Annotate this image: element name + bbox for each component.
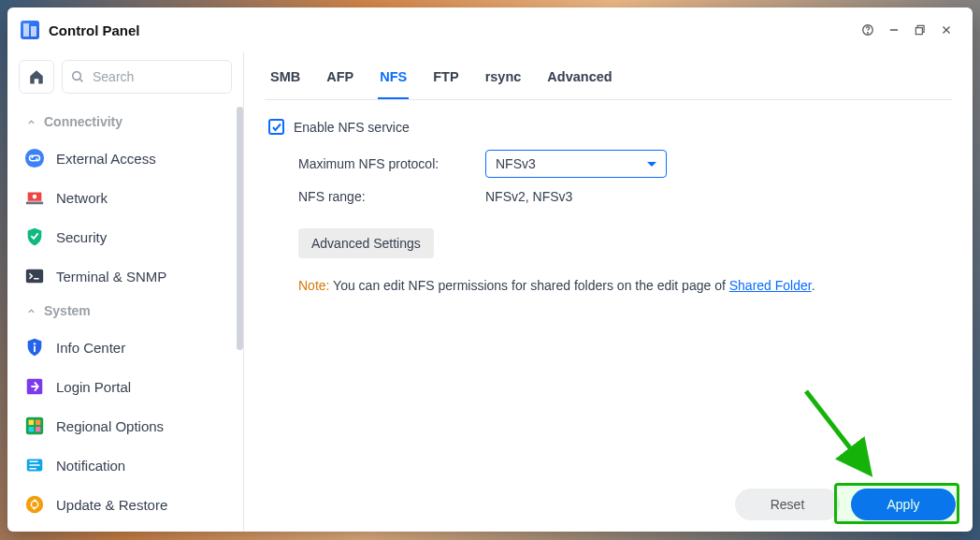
tab-smb[interactable]: SMB [268, 69, 302, 99]
svg-line-8 [79, 79, 82, 81]
shared-folder-link[interactable]: Shared Folder [729, 278, 812, 293]
svg-rect-10 [26, 202, 43, 205]
portal-icon [24, 376, 45, 397]
sidebar-item-terminal-snmp[interactable]: Terminal & SNMP [7, 256, 243, 296]
tab-advanced[interactable]: Advanced [545, 69, 613, 99]
app-icon [21, 21, 39, 39]
svg-point-9 [25, 149, 44, 168]
svg-point-13 [34, 343, 36, 344]
tab-rsync[interactable]: rsync [483, 69, 524, 99]
help-button[interactable] [855, 17, 881, 43]
section-header[interactable]: Connectivity [7, 107, 243, 139]
network-icon [24, 187, 45, 208]
titlebar: Control Panel [7, 7, 973, 52]
info-icon [24, 337, 45, 358]
svg-point-11 [33, 195, 37, 199]
section-header[interactable]: System [7, 296, 243, 328]
sidebar-item-regional-options[interactable]: Regional Options [7, 406, 243, 445]
tab-afp[interactable]: AFP [324, 69, 355, 99]
sidebar-item-label: Update & Restore [56, 497, 167, 513]
terminal-icon [24, 266, 45, 286]
sidebar-item-info-center[interactable]: Info Center [7, 328, 243, 367]
sidebar-item-label: Login Portal [56, 379, 131, 395]
sidebar-item-external-access[interactable]: External Access [7, 139, 243, 178]
sidebar-item-label: Security [56, 229, 107, 245]
sidebar-scroll: ConnectivityExternal AccessNetworkSecuri… [7, 107, 243, 532]
svg-rect-14 [34, 346, 36, 352]
enable-nfs-checkbox[interactable]: Enable NFS service [268, 119, 948, 135]
sidebar-item-security[interactable]: Security [7, 217, 243, 256]
sidebar-item-label: Terminal & SNMP [56, 269, 166, 285]
search-input[interactable] [62, 60, 232, 94]
chevron-up-icon [26, 306, 36, 316]
annotation-arrow [797, 386, 881, 489]
maximize-button[interactable] [907, 17, 933, 43]
sidebar-item-notification[interactable]: Notification [7, 445, 243, 485]
enable-nfs-label: Enable NFS service [294, 120, 410, 135]
chevron-up-icon [26, 117, 36, 127]
footer-buttons: Reset Apply [735, 489, 956, 520]
tab-ftp[interactable]: FTP [431, 69, 460, 99]
home-icon [28, 68, 45, 85]
svg-rect-12 [26, 270, 43, 284]
bell-icon [24, 455, 45, 475]
svg-point-1 [868, 33, 869, 34]
nfs-range-label: NFS range: [298, 189, 485, 204]
sidebar-item-label: Regional Options [56, 418, 164, 434]
control-panel-window: Control Panel ConnectivityExternal Acces… [7, 7, 973, 532]
sidebar-item-label: Info Center [56, 340, 125, 356]
home-button[interactable] [19, 60, 54, 94]
svg-line-23 [806, 391, 864, 466]
main-panel: SMBAFPNFSFTPrsyncAdvanced Enable NFS ser… [244, 52, 973, 532]
nfs-content: Enable NFS service Maximum NFS protocol:… [265, 100, 952, 296]
sidebar-item-login-portal[interactable]: Login Portal [7, 367, 243, 406]
svg-rect-17 [29, 420, 34, 426]
svg-rect-20 [36, 427, 40, 432]
sidebar-item-label: Network [56, 190, 108, 206]
body: ConnectivityExternal AccessNetworkSecuri… [7, 52, 973, 532]
minimize-button[interactable] [881, 17, 907, 43]
checkbox-icon [268, 119, 284, 135]
svg-point-7 [73, 72, 81, 80]
tab-bar: SMBAFPNFSFTPrsyncAdvanced [265, 52, 952, 100]
max-proto-label: Maximum NFS protocol: [298, 156, 485, 171]
advanced-settings-button[interactable]: Advanced Settings [298, 228, 434, 258]
sidebar-item-label: External Access [56, 151, 156, 167]
refresh-icon [24, 494, 45, 515]
link-icon [24, 148, 45, 168]
svg-rect-19 [29, 427, 34, 432]
sidebar-item-label: Notification [56, 458, 125, 474]
window-title: Control Panel [49, 22, 140, 38]
sidebar-item-network[interactable]: Network [7, 178, 243, 217]
sidebar-item-update-restore[interactable]: Update & Restore [7, 485, 243, 524]
shield-icon [24, 226, 45, 247]
reset-button[interactable]: Reset [735, 489, 840, 520]
svg-point-22 [26, 496, 43, 513]
sidebar: ConnectivityExternal AccessNetworkSecuri… [7, 52, 244, 532]
globe-icon [24, 416, 45, 436]
tab-nfs[interactable]: NFS [378, 69, 409, 99]
close-button[interactable] [933, 17, 959, 43]
apply-button[interactable]: Apply [851, 489, 956, 520]
search-icon [70, 69, 85, 84]
scrollbar-thumb[interactable] [237, 107, 243, 350]
note-text: Note: You can edit NFS permissions for s… [298, 275, 948, 296]
svg-rect-18 [36, 420, 40, 426]
nfs-range-value: NFSv2, NFSv3 [485, 189, 572, 204]
svg-rect-4 [915, 28, 922, 35]
max-proto-select[interactable]: NFSv3 [485, 150, 667, 178]
